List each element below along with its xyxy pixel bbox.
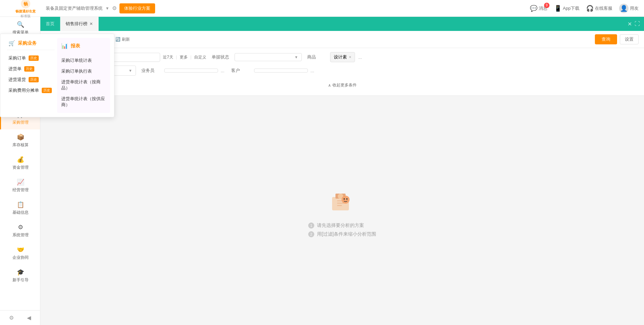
main-layout: 🔍 搜索菜单 🏠 快速导航 📢 营销推广 📊 销售管理 🛒 采购管理 📦 库存核… [0, 17, 644, 325]
tab-home-label: 首页 [46, 21, 55, 27]
sidebar-item-inventory[interactable]: 📦 库存核算 [0, 129, 40, 152]
salesperson-input[interactable] [164, 69, 218, 73]
sidebar-settings-btn[interactable]: ⚙ [9, 315, 14, 321]
sidebar-label-purchase: 采购管理 [12, 120, 29, 125]
voucher-status-label: 单据状态 [212, 54, 232, 60]
svg-text:畅: 畅 [24, 1, 28, 6]
logo-icon: 畅 [20, 0, 31, 9]
sidebar-item-system[interactable]: ⚙ 系统管理 [0, 219, 40, 242]
system-title-text: 装备及固定资产辅助管理系统 [46, 5, 103, 11]
sidebar-item-ops[interactable]: 📈 经营管理 [0, 174, 40, 197]
goods-tag: 设计素 × [330, 52, 355, 62]
app-download-btn[interactable]: 📱 App下载 [554, 5, 579, 12]
settings-btn[interactable]: 设置 [620, 34, 639, 44]
system-title-area: 装备及固定资产辅助管理系统 ▼ ⚙ 体验行业方案 [46, 3, 530, 13]
dropdown-arrow-icon[interactable]: ▼ [105, 6, 109, 11]
app-icon: 📱 [554, 5, 562, 12]
preset-custom[interactable]: 自定义 [194, 54, 206, 60]
report-col: 📊 报表 采购订单统计表 采购订单执行表 进货单统计表（按商品） 进货单统计表（… [57, 38, 110, 113]
tab-sales-ranking[interactable]: 销售排行榜 ✕ [60, 17, 99, 31]
collapse-icon: ∧ [328, 83, 331, 88]
collapse-btn[interactable]: ∧ 收起更多条件 [326, 80, 359, 90]
tip-num-2: 2 [308, 231, 314, 237]
empty-tips: 1 请先选择要分析的方案 2 用[过滤]条件来缩小分析范围 [308, 222, 376, 237]
dropdown-item-expense[interactable]: 采购费用分摊单 历史 [7, 85, 55, 96]
ops-icon: 📈 [17, 178, 24, 186]
tab-home[interactable]: 首页 [40, 17, 60, 31]
online-service-btn[interactable]: 🎧 在线客服 [586, 5, 612, 12]
goods-tag-close[interactable]: × [349, 55, 351, 59]
sidebar-label-ops: 经营管理 [12, 187, 29, 193]
tab-maximize-icon[interactable]: ⛶ [635, 21, 640, 27]
inventory-icon: 📦 [17, 133, 24, 141]
salesperson-more-btn[interactable]: ... [219, 68, 226, 73]
customer-input[interactable] [254, 69, 308, 73]
preset-7days[interactable]: 近7天 [163, 54, 173, 60]
report-col-title-text: 报表 [71, 43, 80, 49]
top-header: 畅 畅捷通好生意 标准版 装备及固定资产辅助管理系统 ▼ ⚙ 体验行业方案 💬 … [0, 0, 644, 17]
collab-icon: 🤝 [17, 246, 24, 253]
salesperson-label: 业务员 [141, 68, 162, 74]
refresh-icon: 🔄 [115, 37, 120, 42]
expense-label: 采购费用分摊单 [8, 87, 39, 93]
logo-brand: 畅捷通好生意 [15, 9, 36, 14]
tab-close-all-icon[interactable]: ✕ [628, 21, 632, 27]
report-col-title: 📊 报表 [60, 41, 107, 52]
tab-close-icon[interactable]: ✕ [90, 22, 93, 26]
goods-more-btn[interactable]: ... [357, 55, 363, 60]
filter-row-1: 2024-01-01 ~ 2024-12-31 近7天 | 更多 | 自定义 单… [46, 52, 639, 62]
sidebar-item-basic[interactable]: 📋 基础信息 [0, 197, 40, 219]
search-icon: 🔍 [17, 21, 24, 28]
voucher-status-select[interactable]: ▼ [235, 53, 302, 61]
sidebar-item-collab[interactable]: 🤝 企业协同 [0, 242, 40, 265]
goods-label: 商品 [307, 54, 327, 60]
sidebar-item-finance[interactable]: 💰 资金管理 [0, 152, 40, 174]
purchase-col-icon: 🛒 [8, 40, 15, 46]
settings-icon[interactable]: ⚙ [112, 5, 117, 11]
page-content: ❓ 帮助 🖨 按模板打印 ▼ ⬆ 导出 🔄 刷新 查询 [40, 31, 644, 325]
filter-area: 2024-01-01 ~ 2024-12-31 近7天 | 更多 | 自定义 单… [40, 48, 644, 96]
dropdown-item-incoming[interactable]: 进货单 历史 [7, 64, 55, 74]
page-toolbar: ❓ 帮助 🖨 按模板打印 ▼ ⬆ 导出 🔄 刷新 查询 [40, 31, 644, 48]
incoming-label: 进货单 [8, 66, 22, 72]
svg-rect-7 [337, 205, 342, 206]
incoming-history-badge: 历史 [24, 66, 34, 72]
sidebar-label-basic: 基础信息 [12, 210, 29, 215]
purchase-col-title: 🛒 采购业务 [7, 38, 55, 50]
refresh-btn[interactable]: 🔄 刷新 [115, 37, 130, 42]
finance-icon: 💰 [17, 156, 24, 163]
empty-tip-1-text: 请先选择要分析的方案 [317, 222, 364, 229]
dropdown-item-incoming-by-goods[interactable]: 进货单统计表（按商品） [60, 77, 107, 93]
sidebar-label-guide: 新手引导 [12, 277, 29, 283]
report-col-icon: 📊 [61, 43, 68, 49]
user-label: 用友 [630, 5, 639, 11]
sidebar-label-finance: 资金管理 [12, 165, 29, 170]
query-btn[interactable]: 查询 [595, 34, 617, 44]
collapse-label: 收起更多条件 [332, 82, 357, 88]
purchase-order-history-badge: 历史 [29, 55, 39, 61]
dropdown-item-incoming-by-supplier[interactable]: 进货单统计表（按供应商） [60, 93, 107, 110]
filter-salesperson: 业务员 ... [141, 68, 226, 74]
customer-more-btn[interactable]: ... [309, 68, 316, 73]
return-label: 进货退货 [8, 77, 26, 83]
sidebar-collapse-btn[interactable]: ◀ [27, 315, 31, 321]
dropdown-item-order-stats[interactable]: 采购订单统计表 [60, 55, 107, 66]
industry-btn[interactable]: 体验行业方案 [119, 3, 155, 13]
dropdown-item-return[interactable]: 进货退货 历史 [7, 74, 55, 85]
message-btn[interactable]: 💬 消息 9 [530, 5, 547, 12]
user-btn[interactable]: 👤 用友 [619, 4, 639, 13]
svg-point-10 [346, 198, 348, 200]
goods-tag-text: 设计素 [334, 54, 347, 60]
return-history-badge: 历史 [29, 77, 39, 82]
dropdown-item-order-exec[interactable]: 采购订单执行表 [60, 66, 107, 77]
order-exec-label: 采购订单执行表 [61, 68, 92, 74]
service-label: 在线客服 [595, 5, 612, 11]
purchase-dropdown-menu: 🛒 采购业务 采购订单 历史 进货单 历史 进货退货 历史 [0, 34, 114, 117]
preset-more[interactable]: 更多 [180, 54, 188, 60]
sidebar-item-guide[interactable]: 🎓 新手引导 [0, 265, 40, 287]
expense-history-badge: 历史 [42, 88, 52, 93]
tab-sales-ranking-label: 销售排行榜 [66, 21, 87, 27]
dropdown-item-purchase-order[interactable]: 采购订单 历史 [7, 53, 55, 64]
svg-point-9 [344, 198, 345, 200]
sidebar-label-collab: 企业协同 [12, 255, 29, 260]
